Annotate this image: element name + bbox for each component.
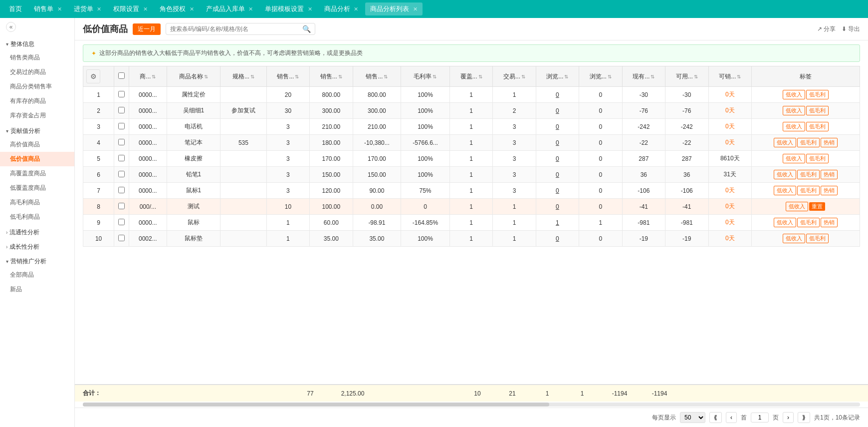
sidebar-item-low-value[interactable]: 低价值商品: [0, 152, 74, 166]
col-spec[interactable]: 规格...⇅: [220, 66, 267, 87]
browse-a-link[interactable]: 0: [556, 123, 559, 130]
row-browse-b: 0: [579, 183, 622, 199]
close-warehouse-tab-icon[interactable]: ✕: [248, 6, 253, 12]
close-permissions-tab-icon[interactable]: ✕: [143, 6, 148, 12]
row-checkbox[interactable]: [118, 171, 125, 177]
browse-a-link[interactable]: 0: [556, 187, 559, 194]
footer-summary: 合计： 77 2,125.00 10 21 1 1 -1194 -1194: [75, 384, 868, 402]
browse-a-link[interactable]: 0: [556, 139, 559, 146]
sidebar-item-low-coverage[interactable]: 低覆盖度商品: [0, 181, 74, 195]
col-transactions[interactable]: 交易...⇅: [493, 66, 536, 87]
sidebar-item-low-margin[interactable]: 低毛利商品: [0, 210, 74, 224]
col-browse-a[interactable]: 浏览...⇅: [536, 66, 579, 87]
browse-a-link[interactable]: 0: [556, 91, 559, 98]
sidebar-item-new-products[interactable]: 新品: [0, 282, 74, 297]
per-page-select[interactable]: 50 100 200: [680, 412, 705, 423]
close-purchase-tab-icon[interactable]: ✕: [97, 6, 101, 12]
sidebar-item-traded-products[interactable]: 交易过的商品: [0, 65, 74, 79]
summary-label: 合计：: [83, 389, 128, 398]
search-icon[interactable]: 🔍: [302, 25, 311, 33]
search-input[interactable]: [170, 25, 302, 32]
browse-a-link[interactable]: 0: [556, 203, 559, 210]
row-checkbox[interactable]: [118, 107, 125, 113]
nav-product-analysis[interactable]: 商品分析 ✕: [319, 2, 364, 15]
row-available: -41: [665, 199, 708, 215]
sidebar-group-marketing[interactable]: ▾ 营销推广分析: [0, 253, 74, 268]
arrow-icon: ▾: [6, 41, 8, 47]
nav-purchase[interactable]: 进货单 ✕: [69, 2, 107, 15]
nav-warehouse[interactable]: 产成品入库单 ✕: [201, 2, 258, 15]
col-settings[interactable]: ⚙: [83, 66, 114, 87]
close-template-tab-icon[interactable]: ✕: [308, 6, 312, 12]
col-name[interactable]: 商品名称⇅: [167, 66, 220, 87]
nav-permissions[interactable]: 权限设置 ✕: [108, 2, 153, 15]
col-code[interactable]: 商...⇅: [129, 66, 167, 87]
row-checkbox[interactable]: [118, 91, 125, 97]
days-badge: 0天: [725, 107, 735, 114]
nav-sales[interactable]: 销售单 ✕: [29, 2, 67, 15]
settings-icon[interactable]: ⚙: [86, 69, 100, 83]
browse-a-link[interactable]: 0: [556, 107, 559, 114]
sidebar-group-growth[interactable]: › 成长性分析: [0, 239, 74, 253]
row-checkbox[interactable]: [118, 203, 125, 209]
last-page-btn[interactable]: ⟫: [798, 412, 810, 423]
row-checkbox[interactable]: [118, 155, 125, 161]
sidebar-item-high-margin[interactable]: 高毛利商品: [0, 195, 74, 210]
row-checkbox[interactable]: [118, 235, 125, 241]
row-no: 3: [83, 119, 114, 135]
row-browse-a: 0: [536, 183, 579, 199]
summary-browse-b: 1: [565, 390, 600, 397]
sidebar-item-all-products[interactable]: 全部商品: [0, 268, 74, 282]
col-gross-rate[interactable]: 毛利率⇅: [401, 66, 450, 87]
col-sales-amt[interactable]: 销售...⇅: [310, 66, 353, 87]
prev-page-btn[interactable]: ‹: [726, 412, 737, 423]
row-qty: 1: [266, 215, 309, 231]
sidebar-collapse-btn[interactable]: «: [6, 22, 16, 32]
export-button[interactable]: ⬇ 导出: [842, 25, 860, 33]
col-qty[interactable]: 销售...⇅: [266, 66, 309, 87]
row-checkbox[interactable]: [118, 123, 125, 129]
browse-a-link[interactable]: 0: [556, 235, 559, 242]
tag-badge: 低毛利: [797, 138, 820, 147]
sidebar-group-contribution[interactable]: ▾ 贡献值分析: [0, 123, 74, 137]
close-product-list-tab-icon[interactable]: ✕: [413, 6, 418, 12]
first-page-btn[interactable]: ⟪: [709, 412, 722, 423]
col-sellable[interactable]: 可销...⇅: [708, 66, 751, 87]
sidebar-item-sales-products[interactable]: 销售类商品: [0, 50, 74, 65]
period-button[interactable]: 近一月: [133, 23, 161, 35]
row-name: 吴细细1: [167, 103, 220, 119]
nav-home[interactable]: 首页: [4, 2, 27, 15]
row-checkbox[interactable]: [118, 219, 125, 225]
sidebar-item-inventory-capital[interactable]: 库存资金占用: [0, 108, 74, 123]
browse-a-link[interactable]: 0: [556, 171, 559, 178]
row-browse-b: 1: [579, 215, 622, 231]
browse-a-link[interactable]: 1: [556, 219, 559, 226]
close-sales-tab-icon[interactable]: ✕: [57, 6, 62, 12]
sidebar-item-category-sales[interactable]: 商品分类销售率: [0, 79, 74, 94]
row-coverage: 1: [449, 103, 492, 119]
select-all-checkbox[interactable]: [118, 72, 125, 79]
sidebar-group-overall[interactable]: ▾ 整体信息: [0, 36, 74, 50]
col-available[interactable]: 可用...⇅: [665, 66, 708, 87]
row-coverage: 1: [449, 167, 492, 183]
col-sales-amt2[interactable]: 销售...⇅: [353, 66, 401, 87]
row-coverage: 1: [449, 215, 492, 231]
nav-template[interactable]: 单据模板设置 ✕: [260, 2, 317, 15]
browse-a-link[interactable]: 0: [556, 155, 559, 162]
close-roles-tab-icon[interactable]: ✕: [190, 6, 194, 12]
col-browse-b[interactable]: 浏览...⇅: [579, 66, 622, 87]
share-button[interactable]: ↗ 分享: [817, 25, 836, 33]
sidebar-item-high-value[interactable]: 高价值商品: [0, 137, 74, 152]
page-input[interactable]: [751, 413, 769, 423]
close-product-analysis-tab-icon[interactable]: ✕: [354, 6, 358, 12]
col-current[interactable]: 现有...⇅: [622, 66, 665, 87]
next-page-btn[interactable]: ›: [783, 412, 794, 423]
nav-roles[interactable]: 角色授权 ✕: [155, 2, 199, 15]
row-checkbox[interactable]: [118, 139, 125, 145]
col-coverage[interactable]: 覆盖...⇅: [449, 66, 492, 87]
nav-product-analysis-list[interactable]: 商品分析列表 ✕: [365, 2, 423, 15]
sidebar-item-high-coverage[interactable]: 高覆盖度商品: [0, 166, 74, 181]
sidebar-item-stock-products[interactable]: 有库存的商品: [0, 94, 74, 108]
sidebar-group-circulation[interactable]: › 流通性分析: [0, 224, 74, 239]
row-checkbox[interactable]: [118, 187, 125, 193]
